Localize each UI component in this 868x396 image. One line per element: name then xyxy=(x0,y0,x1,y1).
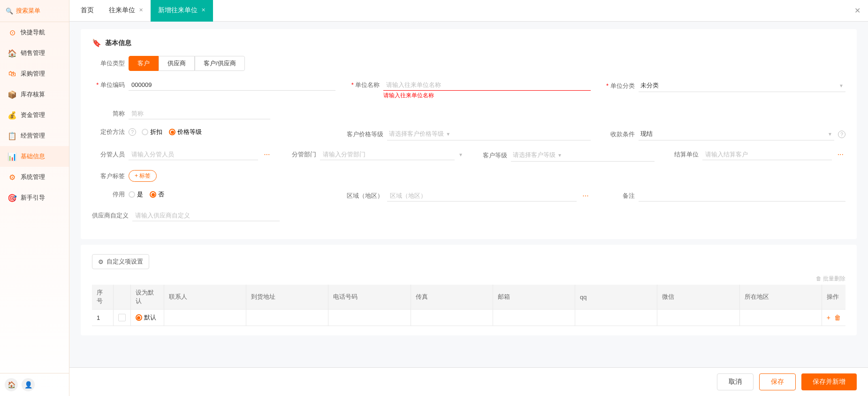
supplier-custom-input[interactable] xyxy=(132,210,280,221)
qq-input[interactable] xyxy=(580,314,652,321)
tab-partner-list[interactable]: 往来单位 ✕ xyxy=(101,0,151,22)
sidebar-item-new-guide[interactable]: 🎯 新手引导 xyxy=(0,187,69,208)
pricing-help-icon[interactable]: ? xyxy=(129,128,136,136)
sidebar-item-label: 快捷导航 xyxy=(21,28,45,37)
sidebar-item-finance[interactable]: 💰 资金管理 xyxy=(0,105,69,125)
department-input[interactable] xyxy=(320,149,455,160)
tab-partner-list-close[interactable]: ✕ xyxy=(139,7,143,13)
contact-input[interactable] xyxy=(169,314,241,321)
table-body: 1 默认 xyxy=(92,310,845,326)
pricing-discount-radio[interactable]: 折扣 xyxy=(142,128,162,136)
pricing-row: 定价方法 ? 折扣 价格等级 xyxy=(92,128,845,140)
short-name-input[interactable] xyxy=(129,108,270,119)
col-qq: qq xyxy=(575,285,657,310)
sidebar-item-basic-info[interactable]: 📊 基础信息 xyxy=(0,146,69,167)
customer-price-level-placeholder: 请选择客户价格等级 xyxy=(389,130,444,138)
phone-input[interactable] xyxy=(333,314,405,321)
remarks-input[interactable] xyxy=(639,190,845,202)
unit-name-input[interactable] xyxy=(383,79,590,91)
batch-delete-btn[interactable]: 🗑 批量删除 xyxy=(92,275,845,283)
cell-phone[interactable] xyxy=(328,310,411,326)
default-radio-outer xyxy=(136,314,142,321)
search-icon: 🔍 xyxy=(6,8,13,15)
row-checkbox[interactable] xyxy=(118,314,126,321)
cell-area[interactable] xyxy=(739,310,822,326)
unit-type-customer-btn[interactable]: 客户 xyxy=(129,56,159,71)
region-more-btn[interactable]: ··· xyxy=(580,192,590,200)
sidebar-item-sys-mgmt[interactable]: ⚙ 系统管理 xyxy=(0,167,69,187)
col-email: 邮箱 xyxy=(493,285,575,310)
unit-type-both-btn[interactable]: 客户/供应商 xyxy=(195,56,245,71)
table-header-row: 序号 设为默认 联系人 到货地址 电话号码 传真 邮箱 qq 微信 所在地区 操… xyxy=(92,285,845,310)
cell-default: 默认 xyxy=(130,310,164,326)
settlement-unit-more-btn[interactable]: ··· xyxy=(836,150,845,159)
customer-price-level-select[interactable]: 请选择客户价格等级 ▼ xyxy=(387,128,590,140)
sidebar-item-purchase-mgmt[interactable]: 🛍 采购管理 xyxy=(0,63,69,84)
disabled-yes-radio[interactable]: 是 xyxy=(129,190,143,199)
unit-name-error: 请输入往来单位名称 xyxy=(383,92,590,100)
settlement-unit-label: 结算单位 xyxy=(666,150,699,159)
sidebar-item-inventory[interactable]: 📦 库存核算 xyxy=(0,84,69,105)
custom-settings-label: 自定义项设置 xyxy=(107,257,143,266)
footer: 取消 保存 保存并新增 xyxy=(69,367,868,396)
fax-input[interactable] xyxy=(416,314,488,321)
payment-terms-help-icon[interactable]: ? xyxy=(838,131,845,138)
cell-wechat[interactable] xyxy=(657,310,739,326)
supplier-custom-label: 供应商自定义 xyxy=(92,211,129,220)
wechat-input[interactable] xyxy=(662,314,734,321)
sidebar-item-sales-mgmt[interactable]: 🏠 销售管理 xyxy=(0,43,69,63)
remarks-field: 备注 xyxy=(602,190,845,202)
cell-fax[interactable] xyxy=(411,310,493,326)
cell-qq[interactable] xyxy=(575,310,657,326)
contacts-table: 序号 设为默认 联系人 到货地址 电话号码 传真 邮箱 qq 微信 所在地区 操… xyxy=(92,285,845,326)
sidebar-user-btn[interactable]: 👤 xyxy=(22,378,35,391)
email-input[interactable] xyxy=(498,314,570,321)
area-input[interactable] xyxy=(745,314,817,321)
sidebar-search[interactable]: 🔍 搜索菜单 xyxy=(0,0,69,22)
main-area: 首页 往来单位 ✕ 新增往来单位 ✕ ✕ 🔖 基本信息 单位类型 客户 xyxy=(69,0,868,396)
search-label: 搜索菜单 xyxy=(16,7,40,15)
cancel-button[interactable]: 取消 xyxy=(717,373,754,390)
customer-level-select[interactable]: 请选择客户等级 ▼ xyxy=(511,149,655,162)
pricing-level-inner xyxy=(171,131,174,134)
delete-row-btn[interactable]: 🗑 xyxy=(834,314,841,321)
default-label: 默认 xyxy=(144,313,156,322)
sidebar-item-ops-mgmt[interactable]: 📋 经营管理 xyxy=(0,125,69,146)
sidebar-item-label: 经营管理 xyxy=(21,132,45,140)
cell-email[interactable] xyxy=(493,310,575,326)
sidebar-item-label: 系统管理 xyxy=(21,173,45,181)
sidebar-home-btn[interactable]: 🏠 xyxy=(5,378,18,391)
unit-code-input[interactable] xyxy=(129,79,335,91)
sidebar-item-label: 基础信息 xyxy=(21,152,45,161)
settlement-unit-input[interactable] xyxy=(702,149,832,160)
pricing-level-radio[interactable]: 价格等级 xyxy=(169,128,202,136)
finance-icon: 💰 xyxy=(8,110,17,120)
table-row: 1 默认 xyxy=(92,310,845,326)
region-field: 区域（地区） ··· xyxy=(347,190,590,202)
manager-input[interactable] xyxy=(129,149,258,160)
custom-settings-btn[interactable]: ⚙ 自定义项设置 xyxy=(92,254,149,269)
manager-more-btn[interactable]: ··· xyxy=(262,150,272,159)
sidebar-item-quick-nav[interactable]: ⊙ 快捷导航 xyxy=(0,22,69,43)
disabled-no-radio[interactable]: 否 xyxy=(150,190,164,199)
add-row-btn[interactable]: + xyxy=(827,314,830,321)
tab-add-partner-close[interactable]: ✕ xyxy=(201,7,206,13)
save-new-button[interactable]: 保存并新增 xyxy=(801,373,857,390)
sales-icon: 🏠 xyxy=(8,48,17,58)
default-radio[interactable]: 默认 xyxy=(136,313,159,322)
region-input[interactable] xyxy=(387,190,577,202)
unit-category-select[interactable]: 未分类 ▼ xyxy=(639,79,845,92)
payment-terms-select[interactable]: 现结 ▼ xyxy=(639,128,834,140)
unit-category-chevron: ▼ xyxy=(839,83,844,88)
cell-contact[interactable] xyxy=(164,310,246,326)
manager-label: 分管人员 xyxy=(92,150,125,159)
address-input[interactable] xyxy=(251,314,323,321)
add-tag-btn[interactable]: + 标签 xyxy=(129,170,157,182)
tab-add-partner[interactable]: 新增往来单位 ✕ xyxy=(151,0,213,22)
cell-address[interactable] xyxy=(246,310,328,326)
tabbar-close-btn[interactable]: ✕ xyxy=(851,6,864,15)
tab-home[interactable]: 首页 xyxy=(73,0,101,22)
tabbar: 首页 往来单位 ✕ 新增往来单位 ✕ ✕ xyxy=(69,0,868,22)
save-button[interactable]: 保存 xyxy=(759,373,796,390)
unit-type-supplier-btn[interactable]: 供应商 xyxy=(159,56,195,71)
